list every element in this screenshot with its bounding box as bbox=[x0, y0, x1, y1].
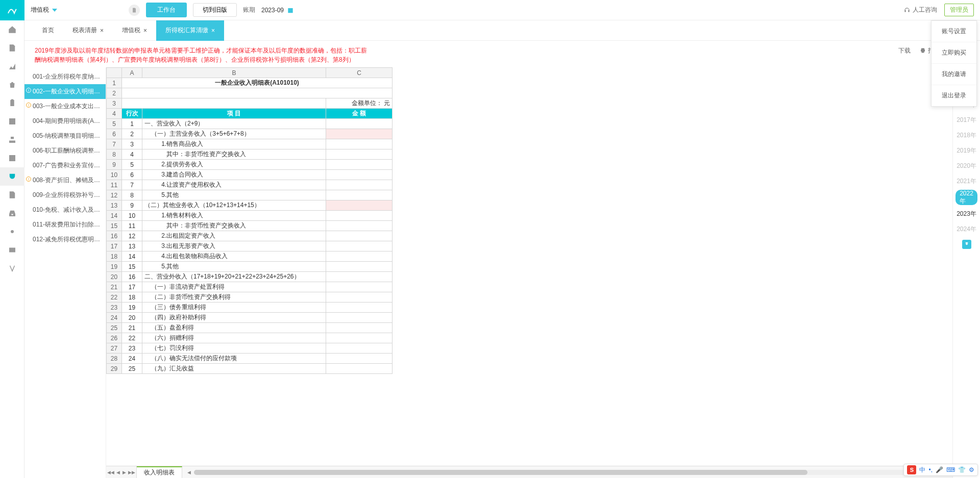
form-list-item[interactable]: 005-纳税调整项目明细表(A1… bbox=[24, 129, 106, 143]
form-list-item[interactable]: 006-职工薪酬纳税调整明细… bbox=[24, 143, 106, 158]
cell-rownum[interactable]: 17 bbox=[122, 282, 142, 292]
row-head[interactable]: 17 bbox=[107, 241, 122, 251]
ime-keyboard-icon[interactable]: ⌨ bbox=[946, 466, 955, 473]
row-head[interactable]: 27 bbox=[107, 343, 122, 354]
cell-amount[interactable] bbox=[326, 303, 393, 313]
cell-rownum[interactable]: 12 bbox=[122, 231, 142, 241]
cell-item[interactable]: 5.其他 bbox=[142, 262, 326, 272]
hscroll-thumb[interactable] bbox=[194, 470, 807, 475]
cell-rownum[interactable]: 18 bbox=[122, 292, 142, 303]
cell-item[interactable]: （二）非货币性资产交换利得 bbox=[142, 292, 326, 303]
year-item[interactable]: 2022年 bbox=[955, 190, 977, 205]
form-list-item[interactable]: !002-一般企业收入明细表(A1… bbox=[24, 84, 106, 99]
row-head[interactable]: 3 bbox=[107, 98, 122, 109]
download-action[interactable]: 下载 bbox=[890, 46, 911, 55]
cell-item[interactable]: （四）政府补助利得 bbox=[142, 313, 326, 323]
cell-amount[interactable] bbox=[326, 190, 393, 200]
ime-logo-icon[interactable]: S bbox=[907, 465, 916, 474]
cell-amount[interactable] bbox=[326, 119, 393, 129]
form-list-item[interactable]: 011-研发费用加计扣除优惠… bbox=[24, 217, 106, 232]
row-head[interactable]: 8 bbox=[107, 149, 122, 160]
cell-amount[interactable] bbox=[326, 160, 393, 170]
cell-item[interactable]: 5.其他 bbox=[142, 190, 326, 200]
year-item[interactable]: 2024年 bbox=[953, 221, 980, 237]
cell-rownum[interactable]: 11 bbox=[122, 221, 142, 231]
cell-rownum[interactable]: 10 bbox=[122, 211, 142, 221]
year-item[interactable]: 2017年 bbox=[953, 112, 980, 128]
cell-item[interactable]: （九）汇兑收益 bbox=[142, 364, 326, 374]
row-head[interactable]: 26 bbox=[107, 333, 122, 343]
year-item[interactable]: 2021年 bbox=[953, 173, 980, 189]
ime-settings-icon[interactable]: ⚙ bbox=[969, 466, 974, 473]
form-list-item[interactable]: 009-企业所得税弥补亏损明… bbox=[24, 188, 106, 203]
cell-rownum[interactable]: 20 bbox=[122, 313, 142, 323]
tab-0[interactable]: 首页 bbox=[33, 20, 63, 41]
form-list-item[interactable]: 004-期间费用明细表(A1040… bbox=[24, 114, 106, 129]
row-head[interactable]: 10 bbox=[107, 170, 122, 180]
tab-close-icon[interactable]: × bbox=[143, 27, 147, 34]
row-head[interactable]: 16 bbox=[107, 231, 122, 241]
cell-rownum[interactable]: 21 bbox=[122, 323, 142, 333]
cell-amount[interactable] bbox=[326, 200, 393, 211]
nav-home-icon[interactable] bbox=[0, 20, 24, 39]
row-head[interactable]: 21 bbox=[107, 282, 122, 292]
cell-amount[interactable] bbox=[326, 262, 393, 272]
cell-rownum[interactable]: 8 bbox=[122, 190, 142, 200]
tax-type-select[interactable]: 增值税 bbox=[31, 6, 122, 14]
year-collapse-icon[interactable] bbox=[962, 240, 971, 249]
sheet-hscrollbar[interactable]: ◀ ▶ bbox=[182, 466, 973, 478]
cell-rownum[interactable]: 25 bbox=[122, 364, 142, 374]
cell-amount[interactable] bbox=[326, 364, 393, 374]
cell-amount[interactable] bbox=[326, 170, 393, 180]
cell-item[interactable]: （五）盘盈利得 bbox=[142, 323, 326, 333]
cell-rownum[interactable]: 19 bbox=[122, 303, 142, 313]
app-logo[interactable] bbox=[0, 0, 24, 20]
row-head[interactable]: 18 bbox=[107, 251, 122, 262]
row-head[interactable]: 7 bbox=[107, 139, 122, 149]
row-head[interactable]: 1 bbox=[107, 78, 122, 88]
cell-item[interactable]: 2.提供劳务收入 bbox=[142, 160, 326, 170]
cell-item[interactable]: 1.销售材料收入 bbox=[142, 211, 326, 221]
cell-item[interactable]: 其中：非货币性资产交换收入 bbox=[142, 149, 326, 160]
nav-v-icon[interactable] bbox=[0, 259, 24, 278]
nav-report-icon[interactable] bbox=[0, 112, 24, 131]
row-head[interactable]: 24 bbox=[107, 313, 122, 323]
cell-amount[interactable] bbox=[326, 251, 393, 262]
cell-item[interactable]: （八）确实无法偿付的应付款项 bbox=[142, 354, 326, 364]
cell-amount[interactable] bbox=[326, 129, 393, 139]
row-head[interactable]: 4 bbox=[107, 109, 122, 119]
cell-rownum[interactable]: 22 bbox=[122, 333, 142, 343]
nav-chart-icon[interactable] bbox=[0, 57, 24, 76]
tab-close-icon[interactable]: × bbox=[211, 27, 215, 34]
hscroll-left-icon[interactable]: ◀ bbox=[187, 470, 191, 475]
cell-amount[interactable] bbox=[326, 313, 393, 323]
tab-2[interactable]: 增值税× bbox=[113, 20, 156, 41]
form-list-item[interactable]: !003-一般企业成本支出明细… bbox=[24, 99, 106, 114]
cell-item[interactable]: （七）罚没利得 bbox=[142, 343, 326, 354]
cell-rownum[interactable]: 1 bbox=[122, 119, 142, 129]
nav-inbox-icon[interactable] bbox=[0, 204, 24, 222]
row-head[interactable]: 23 bbox=[107, 303, 122, 313]
form-list-item[interactable]: 012-减免所得税优惠明细表(… bbox=[24, 232, 106, 247]
row-head[interactable]: 15 bbox=[107, 221, 122, 231]
cell-amount[interactable] bbox=[326, 354, 393, 364]
cell-amount[interactable] bbox=[326, 231, 393, 241]
year-item[interactable]: 2023年 bbox=[953, 206, 980, 221]
cell-rownum[interactable]: 6 bbox=[122, 170, 142, 180]
row-head[interactable]: 12 bbox=[107, 190, 122, 200]
cell-rownum[interactable]: 4 bbox=[122, 149, 142, 160]
cell-amount[interactable] bbox=[326, 272, 393, 282]
nav-cup-icon[interactable] bbox=[0, 167, 24, 186]
cell-rownum[interactable]: 16 bbox=[122, 272, 142, 282]
tab-1[interactable]: 税表清册× bbox=[63, 20, 113, 41]
row-head[interactable]: 5 bbox=[107, 119, 122, 129]
cell-rownum[interactable]: 15 bbox=[122, 262, 142, 272]
cell-amount[interactable] bbox=[326, 292, 393, 303]
cell-item[interactable]: 3.建造合同收入 bbox=[142, 170, 326, 180]
cell-amount[interactable] bbox=[326, 241, 393, 251]
row-head[interactable]: 9 bbox=[107, 160, 122, 170]
cell-rownum[interactable]: 9 bbox=[122, 200, 142, 211]
row-head[interactable]: 29 bbox=[107, 364, 122, 374]
workspace-button[interactable]: 工作台 bbox=[146, 3, 187, 17]
cell-rownum[interactable]: 23 bbox=[122, 343, 142, 354]
